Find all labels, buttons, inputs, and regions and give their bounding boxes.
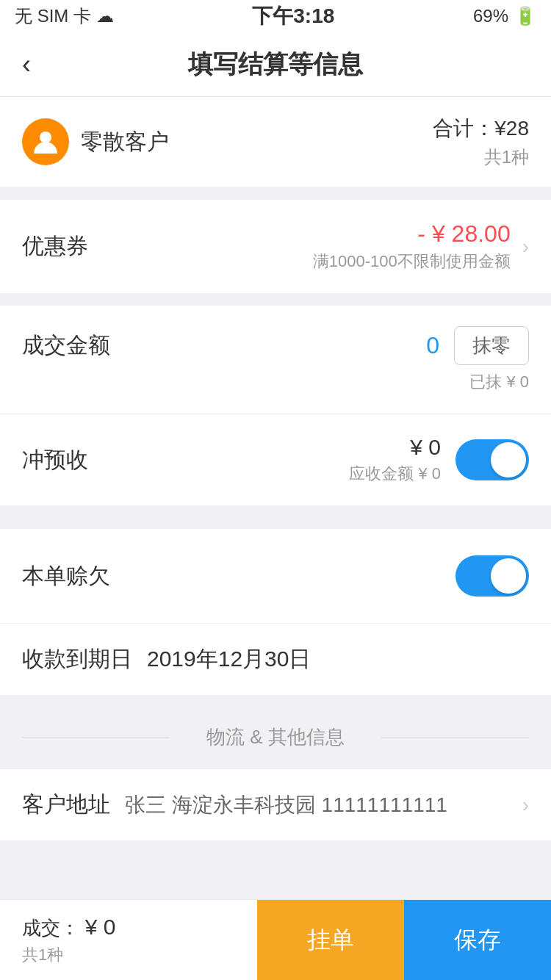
svg-point-0 [40,131,51,143]
divider-3 [0,505,551,517]
bottom-summary-row: 成交： ¥ 0 [22,915,235,941]
page-title: 填写结算等信息 [188,48,363,82]
debt-toggle[interactable] [455,555,529,597]
sim-label: 无 SIM 卡 ☁ [15,4,114,28]
prepay-amount: ¥ 0 [349,435,441,460]
prepay-section: 冲预收 ¥ 0 应收金额 ¥ 0 [0,414,551,505]
status-right: 69% 🔋 [473,6,536,26]
customer-name: 零散客户 [81,127,169,157]
bottom-bar: 成交： ¥ 0 共1种 挂单 保存 [0,899,551,980]
customer-avatar [22,118,69,165]
already-rounded: 已抹 ¥ 0 [22,371,529,393]
transaction-label: 成交金额 [22,331,110,361]
customer-right: 合计：¥28 共1种 [433,115,529,169]
coupon-amount: - ¥ 28.00 [313,220,511,248]
coupon-right: - ¥ 28.00 满1000-100不限制使用金额 › [313,220,529,273]
person-icon [31,127,60,156]
bottom-summary: 成交： ¥ 0 共1种 [0,915,257,966]
customer-section: 零散客户 合计：¥28 共1种 [0,97,551,187]
hold-order-button[interactable]: 挂单 [257,900,404,981]
due-date-value: 2019年12月30日 [147,644,311,674]
debt-section: 本单赊欠 [0,529,551,623]
prepay-right: ¥ 0 应收金额 ¥ 0 [349,435,529,485]
prepay-row: 冲预收 ¥ 0 应收金额 ¥ 0 [22,435,529,485]
status-bar: 无 SIM 卡 ☁ 下午3:18 69% 🔋 [0,0,551,32]
due-date-section[interactable]: 收款到期日 2019年12月30日 [0,623,551,695]
logistics-divider: 物流 & 其他信息 [0,724,551,750]
bottom-summary-count: 共1种 [22,944,235,966]
debt-label: 本单赊欠 [22,561,110,591]
prepay-receivable: 应收金额 ¥ 0 [349,463,441,485]
address-value: 张三 海淀永丰科技园 11111111111 [125,791,522,819]
content-area: 零散客户 合计：¥28 共1种 优惠券 - ¥ 28.00 满1000-100不… [0,97,551,929]
bottom-summary-amount: ¥ 0 [85,915,116,939]
battery-label: 69% [473,6,508,26]
battery-icon: 🔋 [514,6,536,26]
divider-2 [0,294,551,306]
address-section[interactable]: 客户地址 张三 海淀永丰科技园 11111111111 › [0,769,551,840]
logistics-label: 物流 & 其他信息 [206,724,345,750]
prepay-amount-block: ¥ 0 应收金额 ¥ 0 [349,435,441,485]
transaction-amount: 0 [426,332,439,359]
logistics-section: 物流 & 其他信息 [0,707,551,768]
customer-left: 零散客户 [22,118,169,165]
customer-total: 合计：¥28 [433,115,529,143]
nav-bar: ‹ 填写结算等信息 [0,32,551,97]
prepay-toggle[interactable] [455,439,529,480]
customer-count: 共1种 [433,145,529,169]
due-date-label: 收款到期日 [22,644,132,674]
round-zero-button[interactable]: 抹零 [454,326,529,365]
status-left: 无 SIM 卡 ☁ [15,4,114,28]
transaction-section: 成交金额 0 抹零 已抹 ¥ 0 [0,306,551,414]
address-chevron-icon: › [522,793,529,817]
coupon-value-block: - ¥ 28.00 满1000-100不限制使用金额 [313,220,511,273]
coupon-row[interactable]: 优惠券 - ¥ 28.00 满1000-100不限制使用金额 › [0,200,551,294]
coupon-desc: 满1000-100不限制使用金额 [313,251,511,273]
back-button[interactable]: ‹ [22,49,31,80]
address-label: 客户地址 [22,790,110,820]
transaction-right: 0 抹零 [426,326,529,365]
bottom-summary-label: 成交： [22,917,79,939]
chevron-right-icon: › [522,235,529,259]
transaction-row: 成交金额 0 抹零 [22,326,529,365]
status-time: 下午3:18 [252,2,334,30]
coupon-label: 优惠券 [22,231,88,262]
save-button[interactable]: 保存 [404,900,551,981]
divider-1 [0,188,551,200]
prepay-label: 冲预收 [22,445,88,475]
